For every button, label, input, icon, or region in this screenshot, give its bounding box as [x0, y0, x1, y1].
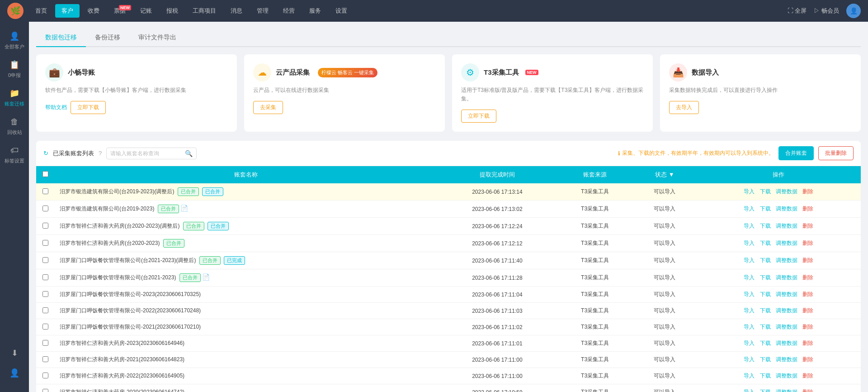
op-导入-btn[interactable]: 导入: [742, 324, 756, 330]
op-调整数据-btn[interactable]: 调整数据: [774, 240, 799, 246]
op-删除-btn[interactable]: 删除: [801, 291, 815, 297]
op-删除-btn[interactable]: 删除: [801, 257, 815, 263]
tab-data-migration[interactable]: 数据包迁移: [36, 29, 86, 47]
op-导入-btn[interactable]: 导入: [742, 291, 756, 297]
row-checkbox[interactable]: [42, 340, 48, 346]
row-checkbox[interactable]: [42, 389, 48, 392]
op-调整数据-btn[interactable]: 调整数据: [774, 188, 799, 195]
op-下载-btn[interactable]: 下载: [758, 223, 773, 229]
nav-manage[interactable]: 管理: [250, 4, 275, 18]
row-checkbox[interactable]: [42, 274, 48, 280]
op-删除-btn[interactable]: 删除: [801, 324, 815, 330]
op-调整数据-btn[interactable]: 调整数据: [774, 307, 799, 314]
merge-accounts-btn[interactable]: 合并账套: [778, 146, 814, 160]
nav-tax[interactable]: 报税: [160, 4, 184, 18]
nav-settings[interactable]: 设置: [329, 4, 354, 18]
fullscreen-btn[interactable]: ⛶ 全屏: [788, 7, 807, 15]
op-删除-btn[interactable]: 删除: [801, 389, 815, 392]
tab-backup-migration[interactable]: 备份迁移: [86, 29, 129, 47]
sidebar-item-zero-report[interactable]: 📋 0申报: [0, 55, 29, 83]
op-导入-btn[interactable]: 导入: [742, 373, 756, 379]
batch-delete-btn[interactable]: 批量删除: [818, 146, 854, 160]
avatar[interactable]: 👤: [846, 4, 861, 18]
op-下载-btn[interactable]: 下载: [758, 206, 773, 212]
member-btn[interactable]: ▷ 畅会员: [814, 7, 839, 15]
sidebar-item-all-clients[interactable]: 👤 全部客户: [0, 26, 29, 55]
op-导入-btn[interactable]: 导入: [742, 257, 756, 263]
op-下载-btn[interactable]: 下载: [758, 240, 773, 246]
op-删除-btn[interactable]: 删除: [801, 373, 815, 379]
op-下载-btn[interactable]: 下载: [758, 257, 773, 263]
card-t3-download-btn[interactable]: 立即下载: [461, 110, 496, 123]
row-checkbox[interactable]: [42, 188, 48, 194]
op-下载-btn[interactable]: 下载: [758, 291, 773, 297]
nav-service[interactable]: 服务: [303, 4, 327, 18]
op-调整数据-btn[interactable]: 调整数据: [774, 291, 799, 297]
op-下载-btn[interactable]: 下载: [758, 274, 773, 281]
nav-operation[interactable]: 经营: [277, 4, 301, 18]
op-删除-btn[interactable]: 删除: [801, 356, 815, 363]
op-删除-btn[interactable]: 删除: [801, 240, 815, 246]
op-导入-btn[interactable]: 导入: [742, 274, 756, 281]
help-icon[interactable]: ?: [99, 150, 102, 157]
op-调整数据-btn[interactable]: 调整数据: [774, 324, 799, 330]
op-调整数据-btn[interactable]: 调整数据: [774, 373, 799, 379]
op-下载-btn[interactable]: 下载: [758, 389, 773, 392]
sidebar-item-recycle[interactable]: 🗑 回收站: [0, 112, 29, 140]
card-xiaochangzhang-help-link[interactable]: 帮助文档: [45, 104, 67, 111]
tab-audit-export[interactable]: 审计文件导出: [129, 29, 185, 47]
op-删除-btn[interactable]: 删除: [801, 307, 815, 314]
op-调整数据-btn[interactable]: 调整数据: [774, 274, 799, 281]
op-导入-btn[interactable]: 导入: [742, 307, 756, 314]
nav-fee[interactable]: 收费: [81, 4, 106, 18]
row-checkbox[interactable]: [42, 206, 48, 211]
card-xiaochangzhang-download-btn[interactable]: 立即下载: [71, 101, 106, 114]
op-下载-btn[interactable]: 下载: [758, 340, 773, 346]
sidebar-item-tags[interactable]: 🏷 标签设置: [0, 140, 29, 169]
op-下载-btn[interactable]: 下载: [758, 307, 773, 314]
op-导入-btn[interactable]: 导入: [742, 356, 756, 363]
nav-invoice[interactable]: 票据 NEW: [108, 4, 132, 18]
op-删除-btn[interactable]: 删除: [801, 188, 815, 195]
sidebar-item-download[interactable]: ⬇: [9, 343, 20, 363]
select-all-checkbox[interactable]: [42, 171, 48, 177]
row-checkbox[interactable]: [42, 240, 48, 246]
row-checkbox[interactable]: [42, 307, 48, 313]
op-导入-btn[interactable]: 导入: [742, 340, 756, 346]
op-下载-btn[interactable]: 下载: [758, 188, 773, 195]
refresh-icon[interactable]: ↻: [43, 150, 48, 157]
search-submit-icon[interactable]: 🔍: [185, 150, 193, 157]
op-删除-btn[interactable]: 删除: [801, 340, 815, 346]
card-cloud-collect-btn[interactable]: 去采集: [253, 101, 283, 114]
nav-home[interactable]: 首页: [29, 4, 53, 18]
op-导入-btn[interactable]: 导入: [742, 389, 756, 392]
op-导入-btn[interactable]: 导入: [742, 240, 756, 246]
nav-business[interactable]: 工商项目: [186, 4, 222, 18]
op-删除-btn[interactable]: 删除: [801, 206, 815, 212]
op-删除-btn[interactable]: 删除: [801, 223, 815, 229]
row-checkbox[interactable]: [42, 257, 48, 263]
op-调整数据-btn[interactable]: 调整数据: [774, 356, 799, 363]
sidebar-item-user[interactable]: 👤: [9, 363, 20, 383]
nav-bookkeeping[interactable]: 记账: [134, 4, 158, 18]
op-调整数据-btn[interactable]: 调整数据: [774, 389, 799, 392]
op-下载-btn[interactable]: 下载: [758, 356, 773, 363]
row-checkbox[interactable]: [42, 373, 48, 378]
op-调整数据-btn[interactable]: 调整数据: [774, 340, 799, 346]
search-input[interactable]: [110, 150, 182, 157]
op-调整数据-btn[interactable]: 调整数据: [774, 206, 799, 212]
op-调整数据-btn[interactable]: 调整数据: [774, 223, 799, 229]
nav-client[interactable]: 客户: [55, 4, 80, 18]
op-导入-btn[interactable]: 导入: [742, 223, 756, 229]
row-checkbox[interactable]: [42, 324, 48, 330]
op-导入-btn[interactable]: 导入: [742, 206, 756, 212]
op-下载-btn[interactable]: 下载: [758, 373, 773, 379]
op-删除-btn[interactable]: 删除: [801, 274, 815, 281]
nav-message[interactable]: 消息: [224, 4, 249, 18]
card-dataimport-import-btn[interactable]: 去导入: [669, 101, 699, 114]
row-checkbox[interactable]: [42, 223, 48, 229]
row-checkbox[interactable]: [42, 356, 48, 362]
sidebar-item-account-migration[interactable]: 📁 账套迁移: [0, 83, 29, 112]
op-下载-btn[interactable]: 下载: [758, 324, 773, 330]
row-checkbox[interactable]: [42, 291, 48, 297]
